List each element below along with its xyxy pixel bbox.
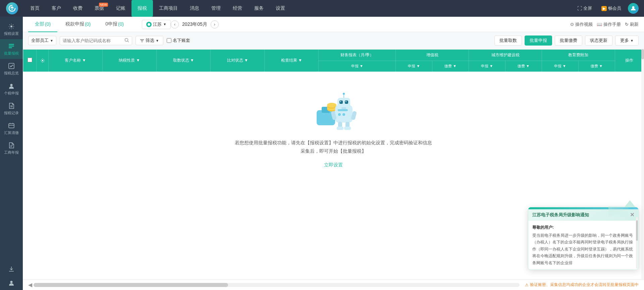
svg-point-40 bbox=[342, 113, 345, 116]
svg-rect-31 bbox=[339, 100, 343, 104]
nav-manage[interactable]: 管理 bbox=[205, 0, 227, 17]
tax-overview-icon bbox=[8, 62, 15, 70]
sidebar-item-annual-report[interactable]: 工商年报 bbox=[0, 138, 23, 158]
scrollbar-thumb[interactable] bbox=[641, 49, 644, 59]
refresh-button[interactable]: ↻ 刷新 bbox=[625, 21, 639, 27]
filter-button[interactable]: 筛选 ▼ bbox=[136, 36, 163, 45]
svg-rect-34 bbox=[345, 101, 346, 102]
svg-rect-38 bbox=[338, 109, 348, 111]
sidebar-item-tax-settings[interactable]: 报税设置 bbox=[0, 19, 23, 39]
svg-rect-37 bbox=[341, 107, 346, 109]
member-button[interactable]: ▶ 畅会员 bbox=[599, 4, 624, 13]
horizontal-scrollbar[interactable] bbox=[34, 283, 520, 287]
nav-home[interactable]: 首页 bbox=[24, 0, 46, 17]
vertical-scrollbar[interactable] bbox=[641, 49, 644, 279]
refresh-icon: ↻ bbox=[625, 22, 629, 27]
filter-label: 筛选 bbox=[146, 38, 154, 44]
table-settings-icon[interactable] bbox=[40, 58, 45, 63]
popup-decoration bbox=[625, 200, 635, 207]
svg-point-16 bbox=[10, 281, 13, 283]
nav-settings[interactable]: 设置 bbox=[270, 0, 291, 17]
manual-icon: 📖 bbox=[597, 22, 602, 27]
col-vat-pay: 缴费 ▼ bbox=[432, 61, 469, 72]
nav-billing[interactable]: 收费 bbox=[67, 0, 89, 17]
nav-business[interactable]: 工商项目 bbox=[153, 0, 184, 17]
user-avatar[interactable] bbox=[628, 3, 639, 14]
more-button[interactable]: 更多 ▼ bbox=[615, 35, 639, 46]
nav-message[interactable]: 消息 bbox=[184, 0, 205, 17]
chevron-down-icon: ▼ bbox=[163, 22, 166, 26]
svg-point-17 bbox=[125, 38, 128, 41]
batch-fetch-button[interactable]: 批量取数 bbox=[494, 35, 522, 46]
fullscreen-button[interactable]: ⛶ 全屏 bbox=[575, 4, 595, 13]
sidebar-item-tax-records[interactable]: 报税记录 bbox=[0, 99, 23, 119]
search-input[interactable] bbox=[63, 38, 123, 43]
nav-customer[interactable]: 客户 bbox=[46, 0, 67, 17]
col-compare-status: 比对状态 ▼ bbox=[211, 50, 265, 72]
toolbar-right-actions: 批量取数 批量申报 批量缴费 状态更新 更多 ▼ bbox=[494, 35, 639, 46]
col-customer-name: 客户名称 ▼ bbox=[49, 50, 103, 72]
setup-link[interactable]: 立即设置 bbox=[324, 162, 343, 168]
prev-month-button[interactable]: ‹ bbox=[171, 20, 179, 28]
tab-tax-declare[interactable]: 税款申报 (0) bbox=[59, 17, 97, 32]
tax-settings-icon bbox=[8, 23, 15, 30]
svg-rect-33 bbox=[340, 101, 341, 102]
date-navigation: ‹ 2023年05月 › bbox=[171, 20, 219, 28]
col-urban-tax: 城市维护建设税 bbox=[469, 50, 542, 61]
col-urban-declare: 申报 ▼ bbox=[469, 61, 505, 72]
app-logo[interactable] bbox=[5, 2, 19, 15]
notification-scrollbar[interactable] bbox=[636, 217, 638, 269]
scroll-left-btn[interactable]: ◀ bbox=[28, 282, 31, 288]
nav-invoice[interactable]: 票据 NEW bbox=[89, 0, 110, 17]
nav-right-actions: ⛶ 全屏 ▶ 畅会员 bbox=[575, 3, 639, 14]
batch-tax-icon bbox=[8, 43, 15, 50]
sub-tabs-bar: 全部 (0) 税款申报 (0) 0申报 (0) 江苏 ▼ bbox=[23, 17, 644, 32]
sidebar-item-batch-tax[interactable]: 批量报税 bbox=[0, 39, 23, 59]
sub-account-checkbox-label[interactable]: 名下账套 bbox=[167, 38, 190, 44]
svg-point-39 bbox=[338, 113, 341, 116]
svg-rect-5 bbox=[9, 63, 14, 69]
status-update-button[interactable]: 状态更新 bbox=[585, 35, 612, 46]
sidebar-item-download[interactable] bbox=[0, 262, 23, 276]
select-all-checkbox[interactable] bbox=[28, 58, 32, 62]
horizontal-scroll-thumb[interactable] bbox=[34, 283, 228, 287]
svg-point-22 bbox=[42, 60, 43, 61]
empty-state: 若您想使用批量报税功能，请先在【报税设置】中进行报税的初始化设置，完成密码验证和… bbox=[23, 72, 644, 188]
sidebar-item-tax-overview[interactable]: 报税总览 bbox=[0, 59, 23, 79]
notification-close-button[interactable]: ✕ bbox=[630, 212, 634, 218]
batch-pay-button[interactable]: 批量缴费 bbox=[555, 35, 582, 46]
nav-accounting[interactable]: 记账 bbox=[110, 0, 131, 17]
next-month-button[interactable]: › bbox=[211, 20, 219, 28]
nav-operation[interactable]: 经营 bbox=[227, 0, 248, 17]
svg-point-6 bbox=[10, 84, 13, 86]
warning-icon: ⚠ bbox=[525, 283, 529, 287]
notification-header: 江苏电子税务局升级影响通知 ✕ bbox=[528, 209, 638, 221]
sidebar-item-clearing[interactable]: 汇算清缴 bbox=[0, 119, 23, 138]
svg-rect-44 bbox=[344, 127, 351, 130]
sidebar-item-personal-tax[interactable]: 个税申报 bbox=[0, 79, 23, 99]
logo-icon bbox=[6, 2, 18, 14]
bottom-bar: ◀ ⚠ 验证账密、采集信息均成功的企业才会流转至批量报税页面中 bbox=[23, 279, 644, 290]
nav-tax[interactable]: 报税 bbox=[131, 0, 153, 17]
notification-scroll-thumb[interactable] bbox=[636, 220, 638, 241]
operation-manual-button[interactable]: 📖 操作手册 bbox=[597, 21, 621, 27]
operation-video-button[interactable]: ⊙ 操作视频 bbox=[570, 21, 593, 27]
svg-rect-30 bbox=[337, 98, 350, 108]
col-vat: 增值税 bbox=[396, 50, 469, 61]
sidebar-item-user[interactable] bbox=[0, 276, 23, 290]
svg-rect-3 bbox=[9, 46, 14, 47]
search-icon[interactable] bbox=[124, 38, 129, 44]
nav-service[interactable]: 服务 bbox=[248, 0, 270, 17]
svg-rect-9 bbox=[9, 124, 14, 128]
employee-selector[interactable]: 全部员工 ▼ bbox=[28, 36, 56, 45]
tax-records-icon bbox=[8, 102, 15, 110]
tab-all[interactable]: 全部 (0) bbox=[28, 17, 57, 32]
province-selector[interactable]: 江苏 ▼ bbox=[142, 20, 171, 29]
sub-account-checkbox[interactable] bbox=[167, 38, 171, 43]
toolbar: 全部员工 ▼ 筛选 ▼ bbox=[23, 32, 644, 49]
tab-zero-declare[interactable]: 0申报 (0) bbox=[99, 17, 130, 32]
batch-declare-button[interactable]: 批量申报 bbox=[525, 35, 552, 46]
data-table: 客户名称 ▼ 纳税性质 ▼ 取数状态 ▼ 比对状态 ▼ 检查结果 ▼ 财务报表（… bbox=[23, 49, 644, 188]
annual-report-icon bbox=[8, 142, 15, 149]
col-tax-type: 纳税性质 ▼ bbox=[103, 50, 157, 72]
